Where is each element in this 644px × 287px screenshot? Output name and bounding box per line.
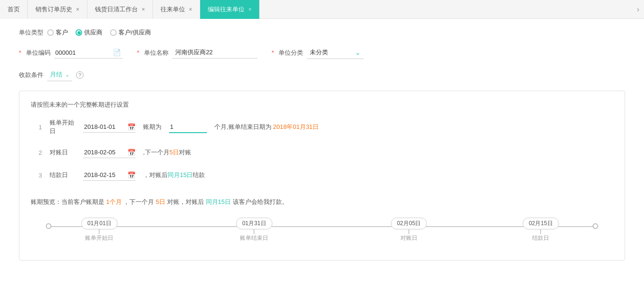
timeline: 01月01日 账单开始日 01月31日 账单结束日 02月05日 对账日 (35, 218, 609, 251)
reconcile-date-calendar-icon[interactable]: 📅 (127, 149, 136, 156)
period-section: 请按照未来的一个完整帐期进行设置 1 账单开始日 📅 账期为 个月,账单结束日期… (19, 91, 625, 261)
start-date-calendar-icon[interactable]: 📅 (127, 123, 136, 131)
payment-terms-dropdown[interactable]: 月结 ⌄ (47, 68, 72, 81)
unit-type-group: 单位类型 客户 供应商 客户/供应商 (19, 28, 151, 37)
radio-customer[interactable]: 客户 (47, 28, 68, 37)
unit-category-star: * (271, 49, 274, 56)
period-num-3: 3 (34, 172, 42, 179)
payment-terms-label: 收款条件 (19, 71, 43, 79)
payment-terms-value: 月结 (50, 70, 62, 79)
timeline-dot-left (46, 223, 51, 229)
tab-sales-history[interactable]: 销售订单历史 × (28, 0, 87, 19)
timeline-pill-4: 02月15日 (523, 218, 559, 229)
timeline-node-3: 02月05日 对账日 (391, 218, 427, 242)
timeline-node-1: 01月01日 账单开始日 (81, 218, 118, 242)
period-prefix: 账期为 (143, 123, 161, 131)
period-row-3: 3 结款日 📅 ，对账后同月15日结款 (31, 169, 613, 181)
settlement-date-calendar-icon[interactable]: 📅 (127, 171, 136, 179)
period-months-input[interactable] (169, 121, 207, 133)
timeline-vline-1 (99, 229, 100, 234)
timeline-pill-3: 02月05日 (391, 218, 427, 229)
timeline-label-3: 对账日 (400, 234, 417, 242)
reconcile-date-input-group: 📅 (83, 147, 136, 158)
reconcile-date-input[interactable] (83, 147, 126, 158)
timeline-line (50, 226, 594, 227)
timeline-node-2: 01月31日 账单结束日 (236, 218, 272, 242)
preview-text: 账期预览：当前客户账期是 1个月 ，下一个月 5日 对账，对账后 同月15日 该… (31, 198, 613, 206)
unit-name-star: * (137, 49, 139, 56)
unit-code-star: * (19, 49, 21, 56)
radio-supplier[interactable]: 供应商 (76, 28, 102, 37)
unit-code-row: * 单位编码 📄 * 单位名称 * 单位分类 未分类 ⌄ (19, 46, 625, 59)
tab-home[interactable]: 首页 (0, 0, 28, 19)
unit-type-label: 单位类型 (19, 28, 43, 37)
radio-group-unit-type: 客户 供应商 客户/供应商 (47, 28, 151, 37)
radio-customer-circle (47, 29, 54, 36)
timeline-vline-4 (540, 229, 541, 234)
period-label-2: 对账日 (50, 148, 76, 157)
unit-type-row: 单位类型 客户 供应商 客户/供应商 (19, 28, 625, 37)
timeline-pill-1: 01月01日 (81, 218, 118, 229)
unit-category-label: 单位分类 (279, 49, 303, 57)
close-edit-partner[interactable]: × (248, 6, 252, 13)
unit-name-group: * 单位名称 (137, 47, 257, 59)
tab-bar: 首页 销售订单历史 × 钱货日清工作台 × 往来单位 × 编辑往来单位 × › (0, 0, 644, 19)
start-date-input-group: 📅 (83, 121, 136, 133)
period-num-2: 2 (34, 149, 42, 156)
preview-section: 账期预览：当前客户账期是 1个月 ，下一个月 5日 对账，对账后 同月15日 该… (31, 192, 613, 251)
timeline-node-4: 02月15日 结款日 (523, 218, 559, 242)
tab-partners[interactable]: 往来单位 × (153, 0, 200, 19)
payment-terms-arrow-icon: ⌄ (65, 72, 69, 78)
tab-cash-work[interactable]: 钱货日清工作台 × (87, 0, 153, 19)
settlement-date-input-group: 📅 (83, 169, 136, 181)
payment-terms-help-icon[interactable]: ? (76, 71, 84, 79)
radio-supplier-label: 供应商 (84, 28, 102, 37)
radio-supplier-circle (76, 29, 82, 36)
start-date-input[interactable] (83, 121, 126, 132)
radio-customer-label: 客户 (56, 28, 68, 37)
close-sales-history[interactable]: × (76, 6, 79, 13)
settlement-suffix: ，对账后同月15日结款 (143, 171, 205, 179)
payment-terms-row: 收款条件 月结 ⌄ ? (19, 68, 625, 81)
close-cash-work[interactable]: × (142, 6, 145, 13)
unit-name-input[interactable] (172, 47, 257, 59)
period-suffix: 个月,账单结束日期为 2018年01月31日 (214, 123, 319, 131)
unit-code-icon[interactable]: 📄 (111, 49, 123, 56)
settlement-date-input[interactable] (83, 169, 126, 180)
radio-both-circle (110, 29, 117, 36)
timeline-label-4: 结款日 (532, 234, 549, 242)
period-end-date: 2018年01月31日 (273, 123, 319, 130)
unit-code-input[interactable] (54, 47, 111, 58)
period-label-1: 账单开始日 (50, 118, 76, 135)
unit-category-arrow-icon: ⌄ (355, 49, 361, 56)
timeline-label-2: 账单结束日 (240, 234, 268, 242)
timeline-label-1: 账单开始日 (85, 234, 113, 242)
tab-edit-partner[interactable]: 编辑往来单位 × (200, 0, 260, 19)
payment-terms-group: 收款条件 月结 ⌄ ? (19, 68, 84, 81)
unit-name-label: 单位名称 (144, 49, 169, 57)
unit-category-dropdown[interactable]: 未分类 ⌄ (307, 46, 364, 59)
reconcile-suffix: ,下一个月5日对账 (143, 148, 191, 157)
period-num-1: 1 (34, 124, 42, 131)
period-row-1: 1 账单开始日 📅 账期为 个月,账单结束日期为 2018年01月31日 (31, 118, 613, 135)
close-partners[interactable]: × (189, 6, 192, 13)
radio-both[interactable]: 客户/供应商 (110, 28, 151, 37)
timeline-pill-2: 01月31日 (236, 218, 272, 229)
period-label-3: 结款日 (50, 171, 76, 179)
timeline-vline-3 (408, 229, 409, 234)
timeline-vline-2 (254, 229, 254, 234)
unit-code-label: 单位编码 (26, 49, 51, 57)
radio-both-label: 客户/供应商 (119, 28, 151, 37)
unit-code-group: * 单位编码 📄 (19, 47, 123, 59)
section-title: 请按照未来的一个完整帐期进行设置 (31, 101, 613, 109)
tab-nav-arrow[interactable]: › (632, 5, 644, 14)
main-content: 单位类型 客户 供应商 客户/供应商 * 单位编码 (0, 19, 644, 287)
unit-category-group: * 单位分类 未分类 ⌄ (271, 46, 364, 59)
period-row-2: 2 对账日 📅 ,下一个月5日对账 (31, 147, 613, 158)
timeline-dot-right (593, 223, 598, 229)
unit-category-value: 未分类 (310, 48, 352, 57)
unit-code-input-wrapper: 📄 (54, 47, 123, 59)
